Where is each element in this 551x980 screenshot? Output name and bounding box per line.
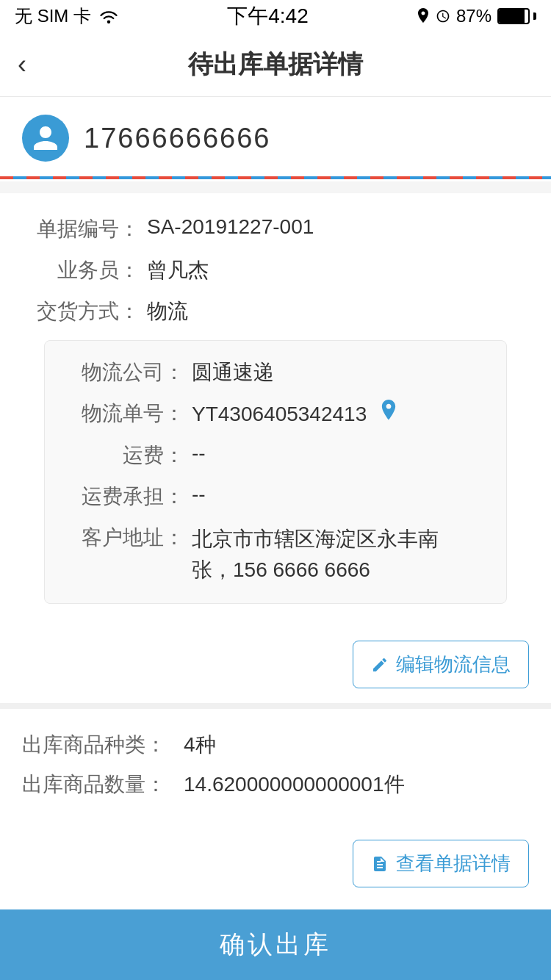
goods-quantity-row: 出库商品数量： 14.620000000000001件 bbox=[22, 771, 529, 799]
goods-types-value: 4种 bbox=[184, 731, 216, 759]
freight-row: 运费： -- bbox=[67, 442, 484, 469]
delivery-method-label: 交货方式： bbox=[22, 298, 140, 325]
status-bar: 无 SIM 卡 下午4:42 87% bbox=[0, 0, 551, 32]
address-label: 客户地址： bbox=[67, 524, 184, 552]
tracking-no-row: 物流单号： YT4306405342413 bbox=[67, 400, 484, 428]
carrier-text: 无 SIM 卡 bbox=[15, 4, 91, 28]
address-value: 北京市市辖区海淀区永丰南 张，156 6666 6666 bbox=[192, 524, 484, 586]
user-icon bbox=[31, 123, 60, 153]
nav-bar: ‹ 待出库单据详情 bbox=[0, 32, 551, 97]
wifi-icon bbox=[98, 9, 119, 24]
location-icon bbox=[417, 8, 430, 24]
sales-person-label: 业务员： bbox=[22, 256, 140, 284]
customer-phone: 17666666666 bbox=[84, 123, 270, 154]
view-details-label: 查看单据详情 bbox=[396, 851, 511, 876]
edit-logistics-button[interactable]: 编辑物流信息 bbox=[353, 641, 529, 688]
confirm-button[interactable]: 确认出库 bbox=[0, 909, 551, 980]
status-left: 无 SIM 卡 bbox=[15, 4, 119, 28]
delivery-method-value: 物流 bbox=[147, 298, 529, 325]
tracking-no-text: YT4306405342413 bbox=[192, 403, 367, 426]
back-button[interactable]: ‹ bbox=[18, 49, 26, 80]
view-details-button[interactable]: 查看单据详情 bbox=[353, 840, 529, 887]
avatar bbox=[22, 115, 69, 162]
logistics-card: 物流公司： 圆通速递 物流单号： YT4306405342413 运费： -- bbox=[44, 340, 507, 604]
tracking-no-label: 物流单号： bbox=[67, 400, 184, 428]
order-info-section: 单据编号： SA-20191227-001 业务员： 曾凡杰 交货方式： 物流 … bbox=[0, 193, 551, 626]
goods-section: 出库商品种类： 4种 出库商品数量： 14.620000000000001件 bbox=[0, 709, 551, 832]
freight-label: 运费： bbox=[67, 442, 184, 469]
tracking-no-value: YT4306405342413 bbox=[192, 400, 484, 428]
page-title: 待出库单据详情 bbox=[188, 48, 363, 82]
goods-quantity-value: 14.620000000000001件 bbox=[184, 771, 405, 799]
address-row: 客户地址： 北京市市辖区海淀区永丰南 张，156 6666 6666 bbox=[67, 524, 484, 586]
status-time: 下午4:42 bbox=[227, 2, 309, 30]
sales-person-value: 曾凡杰 bbox=[147, 256, 529, 284]
edit-logistics-label: 编辑物流信息 bbox=[396, 652, 511, 677]
sales-person-row: 业务员： 曾凡杰 bbox=[22, 256, 529, 284]
divider-1 bbox=[0, 703, 551, 709]
edit-btn-row: 编辑物流信息 bbox=[0, 626, 551, 703]
freight-bearer-value: -- bbox=[192, 483, 484, 506]
battery-percent: 87% bbox=[456, 6, 491, 26]
freight-bearer-row: 运费承担： -- bbox=[67, 483, 484, 511]
edit-icon bbox=[371, 656, 389, 674]
confirm-button-label: 确认出库 bbox=[220, 928, 331, 962]
logistics-company-label: 物流公司： bbox=[67, 359, 184, 386]
view-btn-row: 查看单据详情 bbox=[0, 832, 551, 909]
goods-types-label: 出库商品种类： bbox=[22, 731, 184, 759]
status-right: 87% bbox=[417, 6, 536, 26]
order-no-value: SA-20191227-001 bbox=[147, 215, 529, 239]
alarm-icon bbox=[436, 8, 450, 24]
customer-header: 17666666666 bbox=[0, 97, 551, 181]
freight-value: -- bbox=[192, 442, 484, 465]
tracking-location-icon[interactable] bbox=[378, 400, 399, 428]
battery-indicator bbox=[497, 8, 536, 24]
logistics-company-value: 圆通速递 bbox=[192, 359, 484, 386]
goods-types-row: 出库商品种类： 4种 bbox=[22, 731, 529, 759]
order-no-label: 单据编号： bbox=[22, 215, 140, 243]
freight-bearer-label: 运费承担： bbox=[67, 483, 184, 511]
delivery-method-row: 交货方式： 物流 bbox=[22, 298, 529, 325]
document-icon bbox=[371, 855, 389, 873]
goods-quantity-label: 出库商品数量： bbox=[22, 771, 184, 799]
order-no-row: 单据编号： SA-20191227-001 bbox=[22, 215, 529, 243]
logistics-company-row: 物流公司： 圆通速递 bbox=[67, 359, 484, 386]
